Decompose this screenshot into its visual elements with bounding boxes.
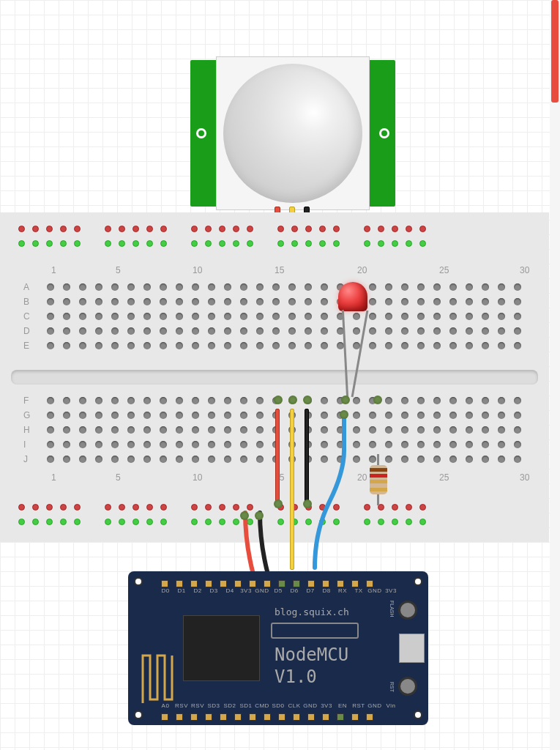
mcu-pin-row-top: [157, 577, 399, 586]
mcu-hole-tl: [134, 577, 143, 586]
red-led[interactable]: [338, 282, 371, 333]
pir-mount-hole-left: [196, 128, 206, 138]
mcu-antenna: [139, 652, 176, 707]
scrollbar-thumb[interactable]: [551, 0, 559, 103]
mcu-pin-labels-top: D0D1D2D3D43V3GNDD5D6D7D8RXTXGND3V3: [157, 587, 399, 594]
mcu-pin-labels-bottom: A0RSVRSVSD3SD2SD1CMDSD0CLKGND3V3ENRSTGND…: [157, 702, 399, 709]
jumper-end-red-bottom: [274, 500, 283, 508]
jumper-end-red-rail: [240, 511, 249, 520]
mcu-url: blog.squix.ch: [275, 606, 349, 617]
resistor-wire-bottom: [377, 494, 379, 505]
jumper-yellow-d6[interactable]: [290, 409, 294, 570]
led-body: [338, 282, 367, 311]
mcu-usb-port: [399, 634, 425, 663]
pir-mount-hole-right: [379, 128, 389, 138]
pir-sensor[interactable]: [190, 60, 395, 207]
mcu-version: V1.0: [275, 667, 317, 687]
resistor-wire-top: [377, 454, 379, 465]
jumper-end-black-rail: [255, 511, 264, 520]
wire-end-led-f: [341, 396, 350, 404]
mcu-hole-br: [414, 710, 422, 719]
jumper-black-gnd-rail[interactable]: [256, 513, 278, 575]
wire-end-led-f2: [373, 396, 382, 404]
wire-end-yellow-f: [288, 396, 297, 404]
jumper-blue-d7[interactable]: [307, 406, 351, 575]
mcu-hole-bl: [134, 710, 143, 719]
breadboard-top-rail: [15, 223, 534, 264]
resistor-band-4: [370, 488, 387, 491]
resistor-body: [370, 465, 387, 494]
resistor-band-2: [370, 474, 387, 478]
scrollbar-track[interactable]: [550, 0, 560, 750]
resistor-band-3: [370, 480, 387, 483]
nodemcu-board[interactable]: D0D1D2D3D43V3GNDD5D6D7D8RXTXGND3V3 A0RSV…: [128, 571, 428, 725]
mcu-smd-chip: [271, 623, 359, 639]
jumper-end-blue-top: [340, 410, 348, 419]
breadboard-rows-a-e: A B C D E: [15, 282, 534, 355]
rst-button-label: RST: [389, 682, 395, 692]
resistor-band-1: [370, 468, 387, 472]
mcu-name: NodeMCU: [275, 645, 348, 665]
jumper-red-vcc[interactable]: [275, 409, 280, 504]
flash-button-label: FLASH: [389, 601, 395, 617]
mcu-pin-row-bottom: [157, 710, 399, 719]
resistor[interactable]: [370, 454, 388, 505]
rst-button[interactable]: [398, 677, 417, 696]
wire-end-black-f: [303, 396, 312, 404]
breadboard-channel: [11, 370, 538, 385]
mcu-hole-tr: [414, 577, 422, 586]
pir-fresnel-dome: [223, 64, 362, 203]
wire-end-red-f: [274, 396, 283, 404]
flash-button[interactable]: [398, 601, 417, 620]
breadboard-rows-f-j: F G H I J: [15, 396, 534, 469]
breadboard[interactable]: 1 5 10 15 20 25 30 A B C D E F G H I J 1…: [0, 212, 549, 542]
mcu-esp-chip: [183, 615, 260, 681]
